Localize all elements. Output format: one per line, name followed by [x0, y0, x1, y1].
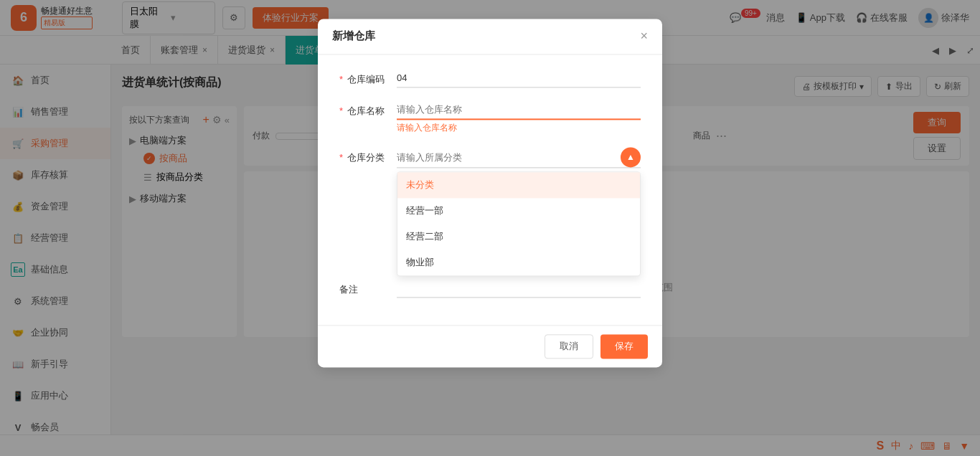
dropdown-item-property[interactable]: 物业部: [397, 250, 640, 275]
modal-footer: 取消 保存: [318, 325, 662, 367]
code-input[interactable]: [397, 69, 641, 87]
save-button[interactable]: 保存: [600, 334, 648, 358]
category-input-row: ▲: [397, 147, 641, 168]
name-error-hint: 请输入仓库名称: [397, 122, 641, 134]
form-row-code: * 仓库编码: [339, 69, 641, 87]
modal-close-button[interactable]: ×: [640, 29, 648, 44]
dropdown-item-ops1[interactable]: 经营一部: [397, 198, 640, 224]
form-row-note: 备注: [339, 279, 641, 298]
category-label: * 仓库分类: [339, 147, 397, 164]
dropdown-item-unclassified[interactable]: 未分类: [397, 172, 640, 198]
category-input[interactable]: [397, 148, 621, 166]
note-label: 备注: [339, 279, 397, 296]
modal-title: 新增仓库: [332, 29, 375, 43]
code-label: * 仓库编码: [339, 69, 397, 86]
name-input[interactable]: [397, 100, 641, 120]
category-select-wrap: ▲ 未分类 经营一部 经营二部 物业部: [397, 147, 641, 168]
category-dropdown: 未分类 经营一部 经营二部 物业部: [397, 171, 641, 276]
new-warehouse-modal: 新增仓库 × * 仓库编码 * 仓库名称 请输入仓库名称: [318, 19, 662, 367]
name-label: * 仓库名称: [339, 100, 397, 118]
form-row-category: * 仓库分类 ▲ 未分类 经营一部 经营二部: [339, 147, 641, 168]
modal-body: * 仓库编码 * 仓库名称 请输入仓库名称 * 仓库分类: [318, 54, 662, 325]
category-toggle-button[interactable]: ▲: [621, 147, 641, 167]
modal-header: 新增仓库 ×: [318, 19, 662, 54]
note-input[interactable]: [397, 279, 641, 298]
cancel-button[interactable]: 取消: [545, 334, 593, 358]
dropdown-item-ops2[interactable]: 经营二部: [397, 224, 640, 250]
form-row-name: * 仓库名称 请输入仓库名称: [339, 100, 641, 134]
